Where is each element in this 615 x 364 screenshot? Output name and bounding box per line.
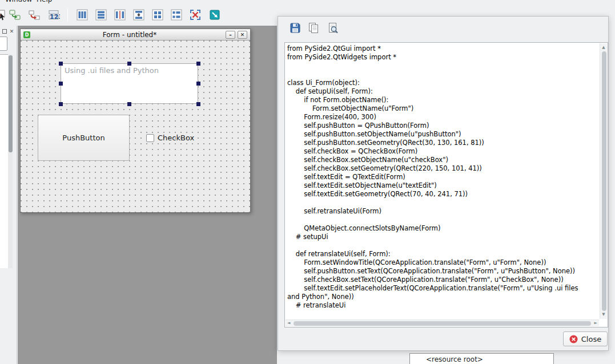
checkbox-indicator[interactable]: [146, 134, 154, 142]
menu-help[interactable]: Help: [37, 0, 52, 3]
scrollbar-thumb[interactable]: [9, 55, 13, 152]
widget-filter-input[interactable]: [0, 37, 7, 51]
form-window-title: Form - untitled*: [32, 31, 227, 39]
resize-handle-bottom-center[interactable]: [127, 102, 131, 106]
code-horizontal-scrollbar[interactable]: ◄ ►: [286, 319, 599, 326]
checkbox-label: CheckBox: [158, 134, 194, 142]
resource-root-item[interactable]: <resource root>: [426, 355, 483, 363]
scroll-right-icon[interactable]: ►: [594, 321, 597, 325]
scrollbar-thumb[interactable]: [294, 321, 591, 326]
save-button[interactable]: [287, 20, 303, 36]
toolbar-separator: [67, 9, 68, 21]
resize-handle-top-right[interactable]: [196, 62, 200, 66]
widget-box-list[interactable]: [0, 54, 8, 268]
save-icon: [289, 22, 302, 34]
layout-horizontal-splitter-icon: [114, 9, 126, 21]
svg-text:123: 123: [50, 13, 60, 21]
edit-tab-order-button[interactable]: 123: [46, 7, 62, 23]
pushbutton-label: PushButton: [62, 134, 104, 142]
close-icon: ✕: [10, 29, 14, 34]
scroll-left-icon[interactable]: ◄: [287, 321, 290, 325]
code-preview-window: from PySide2.QtGui import * from PySide2…: [278, 16, 609, 351]
find-button[interactable]: [325, 20, 341, 36]
edit-widgets-icon: [0, 9, 6, 21]
widget-box-dock: ✕: [0, 26, 17, 364]
textedit-placeholder: Using .ui files and Python: [61, 64, 198, 77]
close-dialog-icon: [569, 335, 578, 343]
adjust-size-button[interactable]: [207, 7, 223, 23]
adjust-size-icon: [208, 9, 221, 21]
layout-vertical-button[interactable]: [93, 7, 109, 23]
mdi-area: D Form - untitled* – ✕ Using .ui files a…: [18, 26, 277, 364]
form-title-bar[interactable]: D Form - untitled* – ✕: [21, 29, 250, 41]
form-canvas[interactable]: Using .ui files and Python PushButton Ch…: [21, 41, 250, 212]
widget-box-scrollbar[interactable]: [8, 54, 13, 268]
layout-vertical-icon: [95, 9, 107, 21]
scroll-down-icon[interactable]: ▼: [600, 313, 607, 317]
layout-vertical-splitter-button[interactable]: [131, 7, 147, 23]
pushbutton-widget[interactable]: PushButton: [38, 115, 130, 161]
close-button[interactable]: Close: [563, 331, 608, 346]
resize-handle-top-center[interactable]: [127, 62, 131, 66]
edit-signals-slots-icon: [9, 9, 21, 21]
close-button-label: Close: [581, 335, 601, 343]
layout-grid-button[interactable]: [150, 7, 166, 23]
scroll-up-icon[interactable]: ▲: [600, 46, 607, 50]
copy-button[interactable]: [306, 20, 321, 36]
form-close-button[interactable]: ✕: [238, 31, 247, 39]
code-vertical-scrollbar[interactable]: ▲ ▼: [600, 43, 607, 319]
break-layout-button[interactable]: [187, 7, 203, 23]
resize-handle-top-left[interactable]: [59, 62, 63, 66]
resize-handle-mid-right[interactable]: [196, 82, 200, 86]
dock-close-button[interactable]: ✕: [9, 28, 15, 34]
scrollbar-thumb[interactable]: [602, 51, 606, 311]
menu-window[interactable]: Window: [5, 0, 32, 3]
layout-horizontal-splitter-button[interactable]: [112, 7, 128, 23]
layout-form-button[interactable]: [168, 7, 184, 23]
designer-form-window: D Form - untitled* – ✕ Using .ui files a…: [20, 29, 251, 213]
resize-handle-mid-left[interactable]: [59, 82, 63, 86]
resize-handle-bottom-right[interactable]: [196, 102, 200, 106]
layout-grid-icon: [151, 9, 164, 21]
edit-buddies-button[interactable]: [26, 7, 42, 23]
float-icon: [2, 29, 7, 34]
layout-horizontal-icon: [76, 9, 89, 21]
layout-vertical-splitter-icon: [132, 9, 145, 21]
form-file-icon: D: [23, 31, 30, 38]
layout-form-icon: [170, 9, 183, 21]
code-text-frame: from PySide2.QtGui import * from PySide2…: [284, 42, 608, 327]
edit-tab-order-icon: 123: [47, 9, 60, 21]
copy-icon: [307, 22, 320, 34]
menubar: Window Help: [0, 0, 615, 4]
form-minimize-button[interactable]: –: [226, 31, 235, 39]
resize-handle-bottom-left[interactable]: [59, 102, 63, 106]
edit-buddies-icon: [28, 9, 41, 21]
edit-signals-slots-button[interactable]: [7, 7, 23, 23]
checkbox-widget[interactable]: CheckBox: [146, 126, 204, 149]
dock-float-button[interactable]: [1, 28, 7, 34]
code-text[interactable]: from PySide2.QtGui import * from PySide2…: [287, 45, 598, 318]
textedit-widget[interactable]: Using .ui files and Python: [61, 63, 198, 104]
break-layout-icon: [189, 9, 202, 21]
find-icon: [327, 22, 339, 34]
layout-horizontal-button[interactable]: [74, 7, 90, 23]
resource-browser-panel: <resource root>: [409, 353, 554, 364]
